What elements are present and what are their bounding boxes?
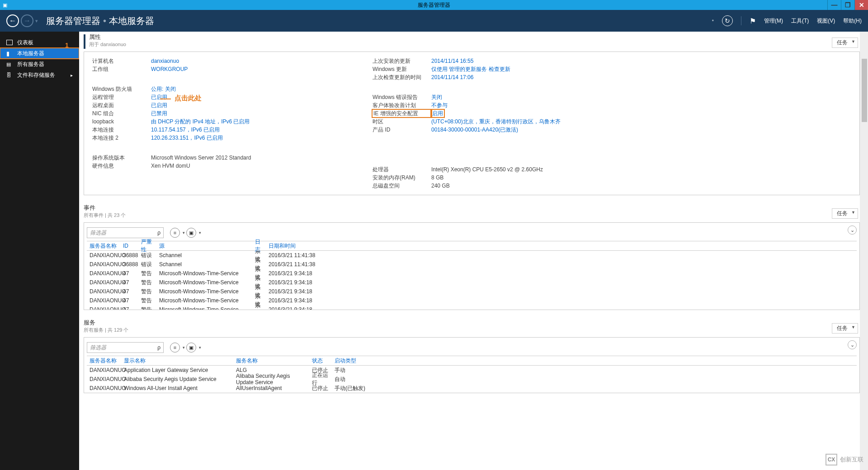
prop-label: NIC 组合 (92, 110, 151, 117)
prop-row: 操作系统版本Microsoft Windows Server 2012 Stan… (92, 154, 345, 161)
prop-value[interactable]: 由 DHCP 分配的 IPv4 地址，IPv6 已启用 (151, 118, 250, 125)
table-row[interactable]: DANXIAONUO36888错误Schannel系统2016/3/21 11:… (87, 260, 857, 269)
sidebar-item-file-storage[interactable]: 🗄 文件和存储服务 ▸ (0, 70, 79, 80)
filter-input[interactable]: 筛选器ρ (87, 227, 164, 238)
prop-value[interactable]: 不参与 (431, 102, 448, 109)
prop-label: 时区 (373, 118, 431, 125)
prop-row: 处理器Intel(R) Xeon(R) CPU E5-2650 v2 @ 2.6… (373, 166, 617, 173)
prop-row: 远程管理已启用 (92, 94, 345, 101)
prop-row: 总磁盘空间240 GB (373, 182, 617, 189)
prop-label: 本地连接 2 (92, 134, 151, 141)
prop-row: 计算机名danxiaonuo (92, 57, 345, 65)
sidebar-item-label: 所有服务器 (17, 61, 44, 68)
app-header: ← → ▾ 服务器管理器 • 本地服务器 • ↻ ⚑ 管理(M) 工具(T) 视… (0, 10, 868, 32)
header-dash[interactable]: • (712, 18, 714, 24)
prop-value[interactable]: 已禁用 (151, 110, 167, 117)
menu-help[interactable]: 帮助(H) (843, 17, 862, 25)
tasks-dropdown[interactable]: 任务 (832, 323, 858, 334)
table-row[interactable]: DANXIAONUO47警告Microsoft-Windows-Time-Ser… (87, 278, 857, 287)
breadcrumb-root[interactable]: 服务器管理器 (46, 15, 100, 27)
tasks-dropdown[interactable]: 任务 (832, 208, 858, 219)
ie-esc-value[interactable]: 启用 (431, 110, 444, 117)
prop-value: 8 GB (431, 174, 443, 181)
filter-options-button[interactable]: ≡ (170, 228, 180, 238)
section-title: 服务 (84, 319, 128, 327)
properties-panel: 计算机名danxiaonuo工作组WORKGROUPWindows 防火墙公用:… (84, 52, 860, 195)
table-row[interactable]: DANXIAONUOWindows All-User Install Agent… (87, 384, 857, 393)
menu-manage[interactable]: 管理(M) (764, 17, 783, 25)
nav-dropdown-icon[interactable]: ▾ (35, 18, 38, 24)
save-query-button[interactable]: ▣ (186, 343, 196, 352)
nav-back-button[interactable]: ← (6, 14, 19, 27)
services-grid-body: DANXIAONUOApplication Layer Gateway Serv… (87, 366, 857, 393)
filter-placeholder: 筛选器 (90, 229, 106, 237)
close-button[interactable]: ✕ (854, 0, 868, 10)
props-left-col: 计算机名danxiaonuo工作组WORKGROUPWindows 防火墙公用:… (92, 57, 345, 189)
table-row[interactable]: DANXIAONUO47警告Microsoft-Windows-Time-Ser… (87, 296, 857, 305)
col-server[interactable]: 服务器名称 (87, 357, 121, 365)
section-subtitle: 所有事件 | 共 23 个 (84, 212, 126, 219)
table-row[interactable]: DANXIAONUO47警告Microsoft-Windows-Time-Ser… (87, 269, 857, 278)
table-row[interactable]: DANXIAONUOAlibaba Security Aegis Update … (87, 375, 857, 384)
refresh-icon[interactable]: ↻ (722, 15, 733, 26)
prop-value[interactable]: 10.117.54.157，IPv6 已启用 (151, 126, 220, 133)
prop-label: Windows 更新 (373, 66, 431, 73)
prop-value[interactable]: 关闭 (431, 94, 442, 101)
prop-value[interactable]: 120.26.233.151，IPv6 已启用 (151, 134, 223, 141)
prop-value[interactable]: danxiaonuo (151, 57, 179, 65)
col-service-name[interactable]: 服务名称 (233, 357, 309, 365)
prop-value[interactable]: 2014/11/14 17:06 (431, 74, 473, 81)
prop-value[interactable]: 已启用 (151, 102, 167, 109)
scroll-thumb[interactable] (862, 59, 867, 122)
content-area: 属性 用于 danxiaonuo 任务 计算机名danxiaonuo工作组WOR… (79, 32, 868, 470)
col-display-name[interactable]: 显示名称 (121, 357, 233, 365)
prop-row: Windows 更新仅使用 管理的更新服务 检查更新 (373, 66, 617, 73)
minimize-button[interactable]: — (827, 0, 841, 10)
save-query-button[interactable]: ▣ (186, 228, 196, 238)
col-start-type[interactable]: 启动类型 (332, 357, 368, 365)
search-icon[interactable]: ρ (157, 344, 160, 351)
prop-row: 上次检查更新的时间2014/11/14 17:06 (373, 74, 617, 81)
prop-value[interactable]: 2014/11/14 16:55 (431, 57, 473, 65)
prop-label: 硬件信息 (92, 162, 151, 169)
filter-input[interactable]: 筛选器ρ (87, 342, 164, 353)
col-source[interactable]: 源 (156, 242, 252, 250)
menu-view[interactable]: 视图(V) (817, 17, 835, 25)
prop-value[interactable]: 已启用 (151, 94, 167, 101)
section-title: 事件 (84, 204, 126, 212)
prop-label: 工作组 (92, 66, 151, 73)
table-row[interactable]: DANXIAONUO36888错误Schannel系统2016/3/21 11:… (87, 251, 857, 260)
page-scrollbar[interactable] (860, 32, 868, 470)
col-status[interactable]: 状态 (309, 357, 332, 365)
table-row[interactable]: DANXIAONUOApplication Layer Gateway Serv… (87, 366, 857, 375)
chevron-right-icon: ▸ (71, 73, 73, 78)
section-subtitle: 所有服务 | 共 129 个 (84, 327, 128, 334)
expand-button[interactable]: ⌄ (848, 226, 857, 235)
prop-value[interactable]: (UTC+08:00)北京，重庆，香港特别行政区，乌鲁木齐 (431, 118, 561, 125)
sidebar-item-all-servers[interactable]: ▤ 所有服务器 (0, 59, 79, 70)
prop-value[interactable]: 仅使用 管理的更新服务 检查更新 (431, 66, 510, 73)
search-icon[interactable]: ρ (157, 230, 160, 236)
col-datetime[interactable]: 日期和时间 (266, 242, 338, 250)
maximize-button[interactable]: ❐ (841, 0, 854, 10)
prop-value[interactable]: WORKGROUP (151, 66, 188, 73)
watermark-text: 创新互联 (840, 456, 863, 464)
sidebar-item-local-server[interactable]: ▮ 本地服务器 (0, 48, 79, 59)
nav-forward-button[interactable]: → (21, 14, 33, 27)
sidebar-item-label: 文件和存储服务 (17, 71, 55, 79)
prop-value[interactable]: 公用: 关闭 (151, 85, 176, 93)
prop-value[interactable]: 00184-30000-00001-AA420(已激活) (431, 126, 518, 133)
col-server[interactable]: 服务器名称 (87, 242, 120, 250)
properties-section: 属性 用于 danxiaonuo 任务 计算机名danxiaonuo工作组WOR… (84, 34, 860, 195)
expand-button[interactable]: ⌄ (848, 340, 857, 349)
prop-label: 操作系统版本 (92, 154, 151, 161)
breadcrumb-sep-icon: • (103, 16, 106, 26)
sidebar: 仪表板 ▮ 本地服务器 ▤ 所有服务器 🗄 文件和存储服务 ▸ (0, 32, 79, 470)
tasks-dropdown[interactable]: 任务 (832, 38, 858, 48)
table-row[interactable]: DANXIAONUO47警告Microsoft-Windows-Time-Ser… (87, 287, 857, 296)
flag-icon[interactable]: ⚑ (750, 17, 756, 25)
menu-tools[interactable]: 工具(T) (791, 17, 809, 25)
col-id[interactable]: ID (120, 243, 138, 249)
filter-options-button[interactable]: ≡ (170, 343, 180, 352)
table-row[interactable]: DANXIAONUO47警告Microsoft-Windows-Time-Ser… (87, 305, 857, 310)
